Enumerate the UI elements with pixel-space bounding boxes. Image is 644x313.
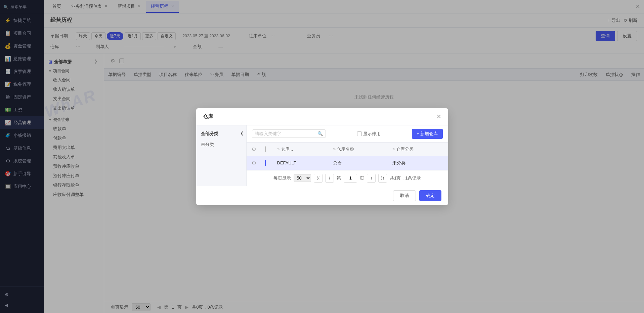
modal-sidebar-uncategorized[interactable]: 未分类	[196, 139, 246, 150]
row-settings-cell: ⚙	[247, 156, 261, 170]
warehouse-modal: 仓库 ✕ 全部分类 《 未分类	[196, 108, 448, 205]
modal-body: 全部分类 《 未分类 🔍	[196, 125, 448, 186]
modal-title: 仓库	[203, 113, 213, 120]
row-category: 未分类	[392, 160, 405, 165]
modal-all-categories-label: 全部分类	[201, 131, 218, 137]
row-category-cell: 未分类	[388, 156, 448, 170]
modal-prev-page-btn[interactable]: ⟨	[325, 174, 334, 183]
table-col-settings-btn[interactable]: ⚙	[251, 145, 257, 153]
modal-search-box[interactable]: 🔍	[252, 129, 326, 138]
cancel-button[interactable]: 取消	[393, 190, 416, 201]
modal-header: 仓库 ✕	[196, 108, 448, 125]
modal-close-button[interactable]: ✕	[436, 113, 441, 120]
sort-up-icon: ⇅	[277, 147, 280, 151]
show-disabled-label: 显示停用	[363, 131, 381, 137]
confirm-button[interactable]: 确定	[419, 190, 441, 201]
modal-main: 🔍 显示停用 + 新增仓库	[247, 125, 448, 186]
select-all-checkbox-modal[interactable]	[265, 146, 266, 152]
modal-sidebar-collapse-icon[interactable]: 《	[239, 131, 243, 137]
modal-search-input[interactable]	[255, 131, 315, 136]
row-settings-btn[interactable]: ⚙	[251, 159, 257, 167]
row-code-cell: DEFAULT	[273, 156, 329, 170]
modal-next-page-btn[interactable]: ⟩	[367, 174, 376, 183]
col-warehouse-name: ⇅ 仓库名称	[329, 143, 388, 156]
modal-actions: 取消 确定	[196, 186, 448, 205]
show-disabled-checkbox[interactable]: 显示停用	[357, 131, 381, 137]
col-warehouse-category: ⇅ 仓库分类	[388, 143, 448, 156]
row-checkbox[interactable]	[265, 160, 266, 166]
col-checkbox-header	[261, 143, 273, 156]
warehouse-category-sort[interactable]: ⇅ 仓库分类	[392, 146, 444, 152]
row-name: 总仓	[333, 160, 342, 165]
modal-page-label: 第	[337, 175, 341, 181]
add-warehouse-button[interactable]: + 新增仓库	[412, 129, 442, 139]
modal-pagination: 每页显示 50 100 ⟨⟨ ⟨ 第 页 ⟩ ⟩⟩ 共1页，1条记录	[247, 170, 448, 186]
warehouse-code-sort[interactable]: ⇅ 仓库...	[277, 146, 325, 152]
col-warehouse-code: ⇅ 仓库...	[273, 143, 329, 156]
modal-table: ⚙ ⇅ 仓库...	[247, 143, 448, 170]
modal-per-page-label: 每页显示	[273, 175, 291, 181]
modal-search-icon: 🔍	[317, 131, 323, 136]
table-row[interactable]: ⚙ DEFAULT 总仓	[247, 156, 448, 170]
modal-toolbar: 🔍 显示停用 + 新增仓库	[247, 125, 448, 143]
modal-total-text: 共1页，1条记录	[390, 175, 421, 181]
modal-sidebar-uncategorized-label: 未分类	[201, 142, 214, 148]
modal-page-input[interactable]	[344, 174, 357, 183]
sort-up-icon-2: ⇅	[333, 147, 336, 151]
modal-page-size-select[interactable]: 50 100	[294, 174, 311, 182]
row-code: DEFAULT	[277, 160, 297, 165]
warehouse-name-sort[interactable]: ⇅ 仓库名称	[333, 146, 384, 152]
modal-table-header-row: ⚙ ⇅ 仓库...	[247, 143, 448, 156]
modal-overlay: 仓库 ✕ 全部分类 《 未分类	[0, 0, 644, 313]
modal-sidebar: 全部分类 《 未分类	[196, 125, 247, 186]
sort-up-icon-3: ⇅	[392, 147, 395, 151]
row-name-cell: 总仓	[329, 156, 388, 170]
col-settings-icon: ⚙	[247, 143, 261, 156]
modal-page-label-2: 页	[360, 175, 364, 181]
disabled-checkbox[interactable]	[357, 131, 362, 136]
modal-first-page-btn[interactable]: ⟨⟨	[314, 174, 323, 183]
modal-last-page-btn[interactable]: ⟩⟩	[378, 174, 387, 183]
row-checkbox-cell	[261, 156, 273, 170]
modal-sidebar-all[interactable]: 全部分类 《	[196, 129, 246, 139]
